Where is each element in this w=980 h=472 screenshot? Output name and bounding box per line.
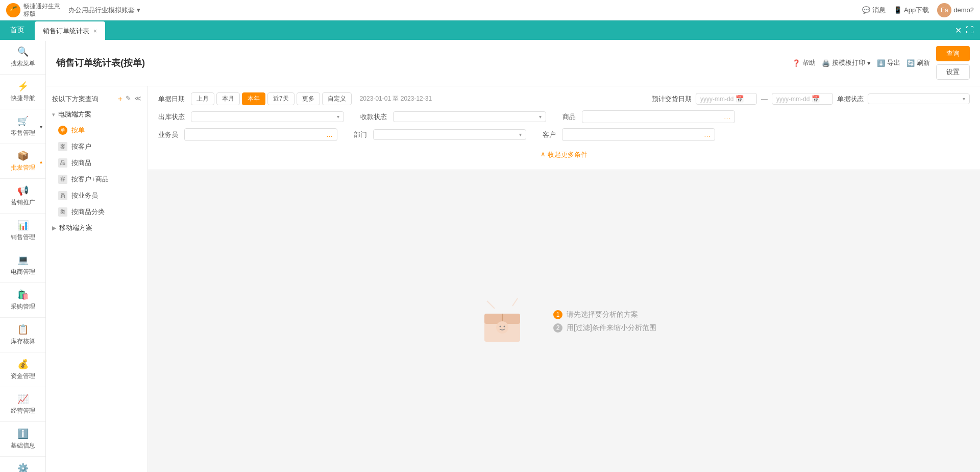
page-actions: ❓ 帮助 🖨️ 按模板打印 ▾ ⬇️ 导出 🔄 刷新 查询 [792, 46, 970, 80]
customer-select[interactable]: … [562, 128, 715, 141]
salesperson-ellipsis: … [326, 131, 333, 138]
chevron-down-icon: ▾ [137, 6, 140, 14]
goods-ellipsis: … [724, 113, 730, 121]
tab-sales-order[interactable]: 销售订单统计表 × [35, 21, 105, 41]
action-buttons: 查询 设置 [936, 46, 970, 80]
chevron-right-icon: ▶ [52, 225, 56, 231]
expected-date-start[interactable]: yyyy-mm-dd 📅 [696, 93, 757, 105]
add-plan-icon[interactable]: + [118, 95, 122, 104]
plan-item-by-order[interactable]: 单 按单 [46, 122, 148, 138]
quicknav-icon: ⚡ [17, 81, 29, 92]
plan-item-by-goods[interactable]: 品 按商品 [46, 155, 148, 171]
status-arrow-icon: ▾ [963, 96, 965, 102]
date-btn-this-month[interactable]: 本月 [216, 92, 240, 105]
chevron-down-icon: ▾ [52, 111, 55, 118]
expected-date-end[interactable]: yyyy-mm-dd 📅 [772, 93, 833, 105]
logo-icon: 🍊 [6, 3, 20, 17]
tab-close-icon[interactable]: × [93, 28, 97, 35]
date-btn-last-7[interactable]: 近7天 [267, 92, 295, 105]
help-button[interactable]: ❓ 帮助 [792, 58, 816, 67]
sidebar: 🔍 搜索菜单 ⚡ 快捷导航 🛒 零售管理 ▾ 📦 批发管理 ▴ 📢 营销推广 📊… [0, 40, 46, 472]
query-button[interactable]: 查询 [936, 46, 970, 61]
svg-line-6 [487, 301, 495, 309]
print-dropdown-icon: ▾ [867, 59, 871, 67]
maximize-button[interactable]: ⛶ [966, 26, 974, 35]
date-btn-last-month[interactable]: 上月 [191, 92, 214, 105]
date-placeholder-start: yyyy-mm-dd [700, 96, 733, 103]
sidebar-item-retail[interactable]: 🛒 零售管理 ▾ [0, 109, 45, 144]
pc-plan-group-title[interactable]: ▾ 电脑端方案 [46, 107, 148, 122]
operation-icon: 📈 [17, 393, 29, 405]
plan-icon-by-goods: 品 [58, 158, 67, 168]
print-icon: 🖨️ [822, 59, 830, 67]
right-panel: 单据日期 上月 本月 本年 近7天 更多 自定义 2023-01-01 至 20… [148, 86, 980, 472]
left-panel: 按以下方案查询 + ✎ ≪ ▾ 电脑端方案 单 按单 [46, 86, 148, 472]
salesperson-select[interactable]: … [184, 128, 337, 141]
salesperson-label: 业务员 [158, 130, 178, 139]
sidebar-item-marketing[interactable]: 📢 营销推广 [0, 179, 45, 214]
message-button[interactable]: 💬 消息 [862, 6, 886, 15]
empty-illustration [472, 291, 533, 352]
user-menu[interactable]: Ea demo2 [937, 3, 974, 17]
status-select[interactable]: ▾ [868, 93, 970, 104]
goods-select[interactable]: … [582, 110, 735, 123]
app-selector[interactable]: 办公用品行业模拟账套 ▾ [64, 4, 144, 17]
sidebar-item-wholesale[interactable]: 📦 批发管理 ▴ [0, 144, 45, 179]
sidebar-item-system[interactable]: ⚙️ 系统管理 [0, 457, 45, 472]
empty-tips: 1 请先选择要分析的方案 2 用[过滤]条件来缩小分析范围 [553, 310, 656, 333]
plan-item-by-customer[interactable]: 客 按客户 [46, 138, 148, 155]
sidebar-item-quicknav[interactable]: ⚡ 快捷导航 [0, 75, 45, 109]
system-icon: ⚙️ [17, 463, 29, 472]
pc-plan-group: ▾ 电脑端方案 单 按单 客 按客户 品 按商品 [46, 107, 148, 220]
sidebar-item-basic[interactable]: ℹ️ 基础信息 [0, 422, 45, 457]
sales-icon: 📊 [17, 220, 29, 231]
plan-item-by-customer-goods[interactable]: 客 按客户+商品 [46, 171, 148, 187]
avatar: Ea [937, 3, 951, 17]
date-btn-more[interactable]: 更多 [297, 92, 320, 105]
top-bar-left: 🍊 畅捷通好生意 标版 办公用品行业模拟账套 ▾ [6, 3, 144, 17]
goods-label: 商品 [562, 112, 576, 122]
sidebar-item-operation[interactable]: 📈 经营管理 [0, 387, 45, 422]
plan-icon-by-salesperson: 员 [58, 191, 67, 200]
logo-area: 🍊 畅捷通好生意 标版 [6, 3, 60, 17]
date-btn-custom[interactable]: 自定义 [322, 92, 352, 105]
plan-item-by-category[interactable]: 类 按商品分类 [46, 204, 148, 220]
collapse-conditions-button[interactable]: ∧ 收起更多条件 [158, 146, 970, 163]
sidebar-item-inventory[interactable]: 📋 库存核算 [0, 318, 45, 352]
page-header: 销售订单统计表(按单) ❓ 帮助 🖨️ 按模板打印 ▾ ⬇️ 导出 🔄 刷新 [46, 40, 980, 86]
plan-icon-by-customer: 客 [58, 142, 67, 151]
export-button[interactable]: ⬇️ 导出 [877, 58, 900, 67]
close-window-button[interactable]: ✕ [955, 26, 962, 35]
plan-icon-by-category: 类 [58, 207, 67, 217]
settings-button[interactable]: 设置 [936, 64, 970, 80]
sidebar-item-finance[interactable]: 💰 资金管理 [0, 352, 45, 387]
refresh-icon: 🔄 [906, 59, 915, 67]
empty-tip-2: 2 用[过滤]条件来缩小分析范围 [553, 323, 656, 333]
edit-plan-icon[interactable]: ✎ [126, 95, 131, 104]
collapse-panel-icon[interactable]: ≪ [134, 95, 141, 104]
sidebar-item-purchase[interactable]: 🛍️ 采购管理 [0, 283, 45, 318]
expand-arrow-icon: ▾ [40, 124, 42, 129]
inner-layout: 按以下方案查询 + ✎ ≪ ▾ 电脑端方案 单 按单 [46, 86, 980, 472]
sidebar-item-search[interactable]: 🔍 搜索菜单 [0, 40, 45, 75]
customer-label: 客户 [543, 130, 556, 139]
tab-home[interactable]: 首页 [0, 20, 35, 40]
marketing-icon: 📢 [17, 185, 29, 196]
svg-point-5 [504, 325, 505, 327]
app-download-button[interactable]: 📱 App下载 [894, 6, 929, 15]
date-btn-this-year[interactable]: 本年 [242, 92, 265, 105]
plan-item-by-salesperson[interactable]: 员 按业务员 [46, 187, 148, 204]
sidebar-item-sales[interactable]: 📊 销售管理 [0, 214, 45, 248]
ship-status-select[interactable]: ▾ [191, 111, 344, 122]
page-title: 销售订单统计表(按单) [56, 57, 145, 69]
mobile-plan-group-title[interactable]: ▶ 移动端方案 [46, 220, 148, 235]
calendar-end-icon: 📅 [812, 95, 820, 103]
payment-status-select[interactable]: ▾ [393, 111, 546, 122]
print-template-button[interactable]: 🖨️ 按模板打印 ▾ [822, 58, 871, 67]
search-icon: 🔍 [17, 46, 29, 57]
refresh-button[interactable]: 🔄 刷新 [906, 58, 930, 67]
left-panel-header-icons: + ✎ ≪ [118, 95, 141, 104]
dept-select[interactable]: ▾ [373, 129, 526, 140]
sidebar-item-ecommerce[interactable]: 💻 电商管理 [0, 248, 45, 283]
tip-num-2: 2 [553, 323, 562, 333]
